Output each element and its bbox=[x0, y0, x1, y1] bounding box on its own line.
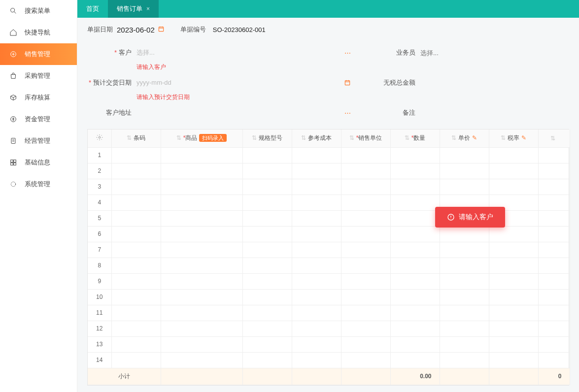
sidebar: 搜索菜单 快捷导航 销售管理 采购管理 库存核算 资金管理 经营管理 基础信息 … bbox=[0, 0, 77, 392]
delivery-label: 预计交货日期 bbox=[87, 78, 136, 87]
table-row[interactable]: 9 bbox=[88, 273, 570, 289]
sidebar-item-label: 基础信息 bbox=[25, 158, 50, 167]
table-row[interactable]: 13 bbox=[88, 336, 570, 352]
svg-point-0 bbox=[11, 8, 15, 12]
customer-input[interactable] bbox=[136, 45, 343, 60]
picker-icon[interactable]: ⋯ bbox=[343, 49, 351, 57]
svg-point-11 bbox=[99, 137, 101, 139]
col-more[interactable]: ⇅ bbox=[538, 130, 570, 147]
settings-column[interactable] bbox=[88, 130, 111, 147]
coin-icon bbox=[9, 115, 18, 124]
svg-rect-6 bbox=[11, 163, 13, 165]
tabbar: 首页 销售订单× bbox=[77, 0, 579, 18]
row-number: 14 bbox=[88, 352, 111, 368]
error-toast: 请输入客户 bbox=[435, 207, 505, 228]
sidebar-item-label: 系统管理 bbox=[25, 180, 50, 189]
scan-button[interactable]: 扫码录入 bbox=[199, 134, 227, 142]
row-number: 9 bbox=[88, 273, 111, 289]
row-number: 13 bbox=[88, 336, 111, 352]
delivery-input[interactable] bbox=[136, 75, 343, 90]
sidebar-item-label: 资金管理 bbox=[25, 115, 50, 124]
calendar-icon[interactable] bbox=[158, 26, 165, 34]
row-number: 8 bbox=[88, 258, 111, 273]
line-items-table: ⇅条码 ⇅*商品扫码录入 ⇅规格型号 ⇅参考成本 ⇅*销售单位 ⇅*数量 ⇅单价… bbox=[87, 129, 569, 386]
sidebar-item-inventory[interactable]: 库存核算 bbox=[0, 87, 77, 108]
delivery-error: 请输入预计交货日期 bbox=[87, 93, 569, 101]
remark-label: 备注 bbox=[381, 108, 420, 117]
table-row[interactable]: 6 bbox=[88, 226, 570, 242]
col-tax[interactable]: ⇅税率✎ bbox=[489, 130, 538, 147]
col-barcode[interactable]: ⇅条码 bbox=[111, 130, 161, 147]
row-number: 2 bbox=[88, 163, 111, 179]
bag-icon bbox=[9, 71, 18, 80]
row-number: 3 bbox=[88, 179, 111, 195]
table-row[interactable]: 12 bbox=[88, 321, 570, 336]
subtotal-qty: 0.00 bbox=[390, 368, 440, 385]
row-number: 7 bbox=[88, 242, 111, 258]
sidebar-item-quicknav[interactable]: 快捷导航 bbox=[0, 22, 77, 43]
row-number: 12 bbox=[88, 321, 111, 336]
document-bar: 单据日期 2023-06-02 单据编号 SO-20230602-001 bbox=[77, 18, 579, 41]
picker-icon[interactable]: ⋯ bbox=[343, 109, 351, 117]
tab-label: 首页 bbox=[86, 4, 99, 13]
doc-no-label: 单据编号 bbox=[180, 25, 206, 34]
address-label: 客户地址 bbox=[87, 108, 136, 117]
remark-input[interactable] bbox=[420, 105, 548, 120]
doc-date-value[interactable]: 2023-06-02 bbox=[117, 26, 155, 34]
table-row[interactable]: 3 bbox=[88, 179, 570, 195]
table-row[interactable]: 14 bbox=[88, 352, 570, 368]
svg-rect-9 bbox=[159, 27, 163, 31]
row-number: 6 bbox=[88, 226, 111, 242]
col-cost[interactable]: ⇅参考成本 bbox=[292, 130, 341, 147]
table-header-row: ⇅条码 ⇅*商品扫码录入 ⇅规格型号 ⇅参考成本 ⇅*销售单位 ⇅*数量 ⇅单价… bbox=[88, 130, 570, 147]
table-row[interactable]: 1 bbox=[88, 147, 570, 163]
badge-icon bbox=[9, 50, 18, 59]
sidebar-item-search[interactable]: 搜索菜单 bbox=[0, 0, 77, 22]
subtotal-last: 0 bbox=[538, 368, 570, 385]
sidebar-item-label: 搜索菜单 bbox=[25, 6, 50, 15]
calendar-icon[interactable] bbox=[343, 79, 351, 86]
doc-date-label: 单据日期 bbox=[87, 25, 113, 34]
tab-home[interactable]: 首页 bbox=[77, 0, 108, 18]
edit-icon[interactable]: ✎ bbox=[472, 134, 477, 141]
address-input[interactable] bbox=[136, 105, 343, 120]
pretax-input[interactable] bbox=[420, 75, 548, 90]
pretax-label: 无税总金额 bbox=[381, 78, 420, 87]
sidebar-item-sales[interactable]: 销售管理 bbox=[0, 43, 77, 65]
col-product[interactable]: ⇅*商品扫码录入 bbox=[161, 130, 242, 147]
doc-no-value: SO-20230602-001 bbox=[213, 26, 266, 33]
sidebar-item-label: 经营管理 bbox=[25, 136, 50, 145]
salesman-input[interactable] bbox=[420, 45, 548, 60]
content: 单据日期 2023-06-02 单据编号 SO-20230602-001 客户 … bbox=[77, 18, 579, 392]
svg-rect-5 bbox=[14, 160, 16, 163]
warning-icon bbox=[447, 213, 455, 221]
row-number: 4 bbox=[88, 195, 111, 210]
close-icon[interactable]: × bbox=[146, 5, 150, 12]
sidebar-item-system[interactable]: 系统管理 bbox=[0, 173, 77, 195]
edit-icon[interactable]: ✎ bbox=[521, 134, 526, 141]
table-row[interactable]: 7 bbox=[88, 242, 570, 258]
sidebar-item-finance[interactable]: 资金管理 bbox=[0, 108, 77, 130]
sidebar-item-label: 库存核算 bbox=[25, 93, 50, 102]
table-row[interactable]: 10 bbox=[88, 289, 570, 305]
table-row[interactable]: 2 bbox=[88, 163, 570, 179]
col-unit[interactable]: ⇅*销售单位 bbox=[341, 130, 390, 147]
svg-rect-10 bbox=[345, 81, 349, 85]
col-qty[interactable]: ⇅*数量 bbox=[390, 130, 440, 147]
subtotal-label: 小计 bbox=[88, 368, 161, 385]
col-spec[interactable]: ⇅规格型号 bbox=[242, 130, 292, 147]
row-number: 11 bbox=[88, 305, 111, 321]
sidebar-item-operations[interactable]: 经营管理 bbox=[0, 130, 77, 152]
table-row[interactable]: 11 bbox=[88, 305, 570, 321]
clipboard-icon bbox=[9, 136, 18, 145]
svg-rect-4 bbox=[11, 160, 13, 163]
sidebar-item-label: 快捷导航 bbox=[25, 28, 50, 37]
tab-sales-order[interactable]: 销售订单× bbox=[108, 0, 159, 18]
main: 首页 销售订单× 单据日期 2023-06-02 单据编号 SO-2023060… bbox=[77, 0, 579, 392]
table-row[interactable]: 8 bbox=[88, 258, 570, 273]
sidebar-item-purchase[interactable]: 采购管理 bbox=[0, 65, 77, 87]
form: 客户 ⋯ 业务员 请输入客户 预计交货日期 无税总金额 bbox=[77, 41, 579, 126]
col-price[interactable]: ⇅单价✎ bbox=[440, 130, 489, 147]
sidebar-item-basicinfo[interactable]: 基础信息 bbox=[0, 152, 77, 173]
svg-rect-3 bbox=[11, 138, 15, 144]
